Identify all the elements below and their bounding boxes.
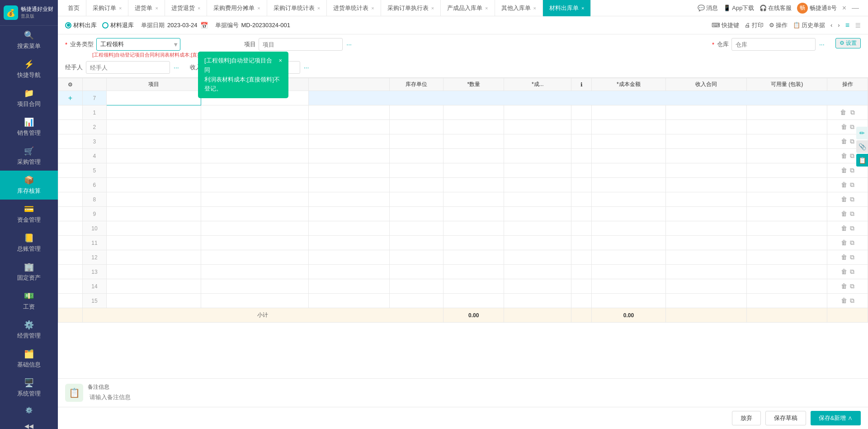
- row2-copy-btn[interactable]: ⧉: [849, 123, 856, 130]
- add-row-icon[interactable]: +: [68, 94, 72, 102]
- row10-copy-btn[interactable]: ⧉: [849, 224, 856, 232]
- tab-inbound-return[interactable]: 进货退货 ×: [165, 0, 207, 16]
- float-btn-3[interactable]: 📋: [856, 154, 868, 167]
- tooltip-close-btn[interactable]: ×: [278, 56, 282, 66]
- sidebar-item-operations[interactable]: ⚙️ 经营管理: [0, 315, 58, 344]
- collapse-button[interactable]: ◀◀: [0, 418, 58, 429]
- sidebar-item-contract[interactable]: 📁 项目合同: [0, 84, 58, 113]
- project-input[interactable]: [259, 38, 343, 51]
- tab-close-other-inbound[interactable]: ×: [533, 5, 536, 11]
- notes-input[interactable]: [88, 392, 269, 402]
- row1-cost-amt[interactable]: [592, 105, 666, 120]
- row15-copy-btn[interactable]: ⧉: [849, 297, 856, 304]
- tab-inbound-stats[interactable]: 进货单统计表 ×: [327, 0, 381, 16]
- tab-finished-stock[interactable]: 产成品入库单 ×: [441, 0, 495, 16]
- sidebar-item-basic[interactable]: 🗂️ 基础信息: [0, 344, 58, 373]
- row11-copy-btn[interactable]: ⧉: [849, 239, 856, 246]
- row8-delete-btn[interactable]: 🗑: [840, 195, 849, 203]
- row1-spec[interactable]: [309, 105, 390, 120]
- discard-button[interactable]: 放弃: [732, 411, 761, 425]
- row4-copy-btn[interactable]: ⧉: [849, 152, 856, 159]
- tab-home[interactable]: 首页: [61, 0, 86, 16]
- edit-no-value[interactable]: MD-20230324-001: [241, 22, 290, 29]
- row14-delete-btn[interactable]: 🗑: [840, 282, 849, 290]
- sidebar-item-ledger[interactable]: 📒 总账管理: [0, 229, 58, 257]
- view-single-btn[interactable]: ≡: [845, 21, 849, 29]
- save-new-button[interactable]: 保存&新增 ∧: [811, 411, 861, 425]
- row1-delete-btn[interactable]: 🗑: [839, 109, 848, 116]
- edit-date-value[interactable]: 2023-03-24: [167, 22, 198, 29]
- row12-delete-btn[interactable]: 🗑: [840, 253, 849, 261]
- row8-copy-btn[interactable]: ⧉: [849, 195, 856, 203]
- row1-income[interactable]: [665, 105, 746, 120]
- radio-out[interactable]: 材料出库: [65, 21, 97, 29]
- income-contract-dots[interactable]: ···: [304, 64, 309, 71]
- tab-material-out[interactable]: 材料出库单 ×: [543, 0, 591, 16]
- tab-other-inbound[interactable]: 其他入库单 ×: [495, 0, 543, 16]
- col-header-gear[interactable]: ⚙: [58, 78, 83, 91]
- app-download-btn[interactable]: 📱 App下载: [723, 4, 754, 12]
- float-btn-2[interactable]: 📎: [856, 140, 868, 153]
- tab-close-purchase-stats[interactable]: ×: [317, 5, 320, 11]
- row1-usable[interactable]: [746, 105, 827, 120]
- handler-dots[interactable]: ···: [174, 64, 179, 71]
- row10-delete-btn[interactable]: 🗑: [840, 224, 849, 232]
- row12-copy-btn[interactable]: ⧉: [849, 253, 856, 261]
- print-btn[interactable]: 🖨 打印: [745, 21, 764, 29]
- tab-purchase-exec[interactable]: 采购订单执行表 ×: [381, 0, 441, 16]
- tab-purchase-expense[interactable]: 采购费用分摊单 ×: [207, 0, 267, 16]
- sidebar-item-system[interactable]: 🖥️ 系统管理: [0, 373, 58, 402]
- sidebar-item-payroll[interactable]: 💵 工资: [0, 286, 58, 315]
- sidebar-item-sales[interactable]: 📊 销售管理: [0, 113, 58, 142]
- prev-doc-btn[interactable]: ‹: [830, 22, 832, 29]
- row13-copy-btn[interactable]: ⧉: [849, 268, 856, 275]
- operations-btn[interactable]: ⚙ 操作: [769, 21, 788, 29]
- row1-cost[interactable]: [504, 105, 571, 120]
- row9-delete-btn[interactable]: 🗑: [840, 210, 849, 217]
- warehouse-dots[interactable]: ···: [819, 41, 825, 48]
- row6-copy-btn[interactable]: ⧉: [849, 181, 856, 188]
- row3-delete-btn[interactable]: 🗑: [840, 138, 849, 145]
- float-btn-1[interactable]: ✏: [856, 127, 868, 139]
- row13-delete-btn[interactable]: 🗑: [840, 268, 849, 275]
- sidebar-item-capital[interactable]: 💳 资金管理: [0, 200, 58, 229]
- tab-close-inbound[interactable]: ×: [155, 5, 158, 11]
- row1-project[interactable]: [107, 105, 201, 120]
- close-window-btn[interactable]: ×: [842, 4, 846, 12]
- project-dots[interactable]: ···: [346, 41, 352, 48]
- tab-close-inbound-return[interactable]: ×: [198, 5, 200, 11]
- row3-copy-btn[interactable]: ⧉: [849, 138, 856, 145]
- tab-close-purchase-expense[interactable]: ×: [257, 5, 260, 11]
- handler-input[interactable]: [86, 61, 170, 74]
- calendar-icon[interactable]: 📅: [200, 22, 208, 29]
- sidebar-item-search[interactable]: 🔍 搜索菜单: [0, 26, 58, 55]
- message-btn[interactable]: 💬 消息: [698, 4, 718, 12]
- tab-close-purchase-exec[interactable]: ×: [431, 5, 434, 11]
- tab-inbound[interactable]: 进货单 ×: [128, 0, 165, 16]
- row5-delete-btn[interactable]: 🗑: [840, 167, 849, 174]
- biz-type-input[interactable]: [96, 38, 180, 51]
- save-draft-button[interactable]: 保存草稿: [765, 411, 806, 425]
- row1-qty[interactable]: [443, 105, 504, 120]
- row-add-project[interactable]: [107, 91, 201, 105]
- history-btn[interactable]: 📋 历史单据: [793, 21, 825, 29]
- sidebar-item-assets[interactable]: 🏢 固定资产: [0, 257, 58, 286]
- radio-return[interactable]: 材料退库: [102, 21, 134, 29]
- sidebar-item-inventory[interactable]: 📦 库存核算: [0, 171, 58, 200]
- tab-close-purchase-order[interactable]: ×: [119, 5, 122, 11]
- next-doc-btn[interactable]: ›: [838, 22, 840, 29]
- row1-material[interactable]: [201, 105, 308, 120]
- minimize-btn[interactable]: —: [852, 4, 859, 12]
- row6-delete-btn[interactable]: 🗑: [840, 181, 849, 188]
- row11-delete-btn[interactable]: 🗑: [840, 239, 849, 246]
- tab-close-material-out[interactable]: ×: [581, 5, 584, 11]
- row14-copy-btn[interactable]: ⧉: [849, 282, 856, 290]
- row15-delete-btn[interactable]: 🗑: [840, 297, 849, 304]
- tab-purchase-stats[interactable]: 采购订单统计表 ×: [267, 0, 327, 16]
- tab-close-inbound-stats[interactable]: ×: [371, 5, 374, 11]
- user-avatar[interactable]: 畅 畅捷通8号: [797, 3, 836, 14]
- settings-button[interactable]: ⚙️: [0, 402, 58, 418]
- online-service-btn[interactable]: 🎧 在线客服: [760, 4, 792, 12]
- tab-purchase-order[interactable]: 采购订单 ×: [86, 0, 128, 16]
- row5-copy-btn[interactable]: ⧉: [849, 167, 856, 174]
